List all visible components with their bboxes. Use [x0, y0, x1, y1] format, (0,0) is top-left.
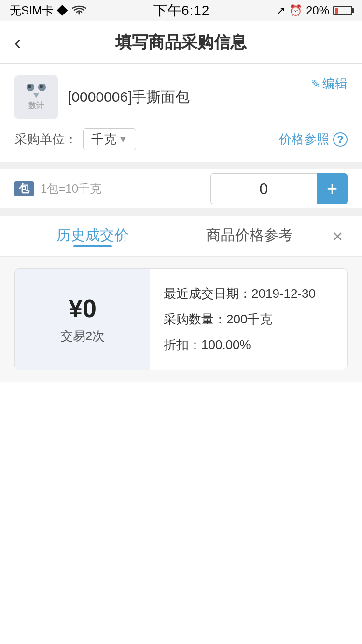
plus-icon: + [327, 180, 337, 198]
package-conversion: 1包=10千克 [41, 181, 101, 196]
quantity-label: 包 1包=10千克 [14, 181, 101, 196]
card-left: ¥0 交易2次 [15, 269, 150, 370]
nav-bar: ‹ 填写商品采购信息 [0, 21, 362, 64]
status-left: 无SIM卡 ◆ [10, 3, 86, 18]
help-icon: ? [333, 132, 348, 147]
edit-icon: ✎ [311, 77, 320, 91]
dropdown-arrow-icon: ▼ [118, 134, 128, 145]
card-right: 最近成交日期：2019-12-30 采购数量：200千克 折扣：100.00% [150, 269, 347, 370]
quantity-input[interactable] [210, 173, 317, 204]
product-thumbnail: 数计 [14, 75, 58, 119]
product-section: 数计 [0000006]手撕面包 ✎ 编辑 采购单位： 千克 ▼ 价格参照 ? [0, 64, 362, 162]
purchase-qty-row: 采购数量：200千克 [164, 310, 334, 329]
tabs-close-button[interactable]: × [328, 226, 348, 247]
package-icon: 包 [14, 181, 34, 196]
card-price: ¥0 [69, 294, 97, 323]
edit-button[interactable]: ✎ 编辑 [311, 75, 348, 92]
product-header: 数计 [0000006]手撕面包 ✎ 编辑 [14, 75, 348, 119]
wifi-icon [72, 5, 86, 16]
card-trades: 交易2次 [60, 328, 105, 345]
card-area: ¥0 交易2次 最近成交日期：2019-12-30 采购数量：200千克 折扣：… [0, 257, 362, 382]
price-reference-button[interactable]: 价格参照 ? [279, 131, 348, 148]
battery-percent: 20% [306, 4, 329, 17]
unit-selector[interactable]: 千克 ▼ [83, 128, 136, 150]
price-ref-label: 价格参照 [279, 131, 329, 148]
recent-date-row: 最近成交日期：2019-12-30 [164, 284, 334, 303]
quantity-input-wrap: + [210, 173, 348, 204]
white-area [0, 382, 362, 644]
tab-history-price[interactable]: 历史成交价 [14, 225, 171, 247]
tabs-section: 历史成交价 商品价格参考 × ¥0 交易2次 最近成交日期：2019-12-30… [0, 216, 362, 382]
status-right: ↗ ⏰ 20% [277, 4, 352, 17]
unit-value: 千克 [91, 131, 116, 148]
status-bar: 无SIM卡 ◆ 下午6:12 ↗ ⏰ 20% [0, 0, 362, 21]
unit-label: 采购单位： [14, 131, 77, 148]
unit-left: 采购单位： 千克 ▼ [14, 128, 136, 150]
history-card: ¥0 交易2次 最近成交日期：2019-12-30 采购数量：200千克 折扣：… [14, 268, 348, 370]
discount-row: 折扣：100.00% [164, 336, 334, 354]
section-divider [0, 162, 362, 169]
carrier-text: 无SIM卡 ◆ [10, 3, 68, 18]
alarm-icon: ⏰ [289, 4, 302, 17]
page-title: 填写商品采购信息 [115, 31, 247, 54]
battery-icon [333, 6, 352, 15]
product-left: 数计 [0000006]手撕面包 [14, 75, 190, 119]
location-icon: ↗ [277, 4, 285, 17]
status-time: 下午6:12 [153, 1, 210, 20]
tab-price-reference[interactable]: 商品价格参考 [171, 225, 327, 247]
tab-active-indicator [73, 245, 112, 247]
quantity-section: 包 1包=10千克 + [0, 169, 362, 208]
quantity-plus-button[interactable]: + [317, 173, 348, 204]
tabs-header: 历史成交价 商品价格参考 × [0, 216, 362, 257]
unit-row: 采购单位： 千克 ▼ 价格参照 ? [14, 128, 348, 150]
back-button[interactable]: ‹ [14, 33, 21, 52]
product-name: [0000006]手撕面包 [68, 87, 190, 107]
